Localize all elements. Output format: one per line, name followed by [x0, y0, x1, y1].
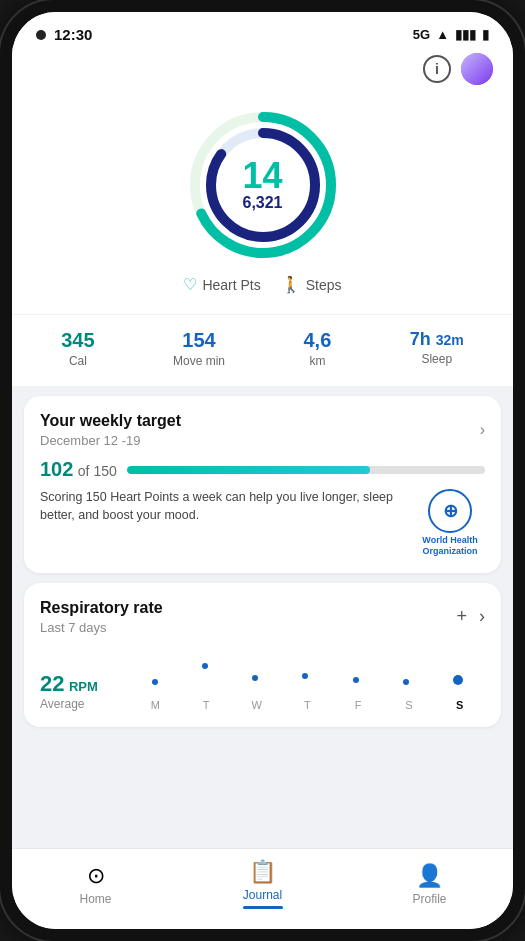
chart-label-wed: W — [247, 699, 267, 711]
weekly-target-dates: December 12 -19 — [40, 433, 181, 448]
phone-frame: 12:30 5G ▲ ▮▮▮ ▮ i — [0, 0, 525, 941]
chart-label-sat: S — [399, 699, 419, 711]
move-label: Move min — [173, 354, 225, 368]
status-left: 12:30 — [36, 26, 92, 43]
target-goal: 150 — [93, 463, 116, 479]
profile-label: Profile — [412, 892, 446, 906]
target-current: 102 — [40, 458, 73, 480]
network-label: 5G — [413, 27, 430, 42]
resp-chevron-right[interactable]: › — [479, 606, 485, 627]
home-label: Home — [79, 892, 111, 906]
bottom-nav: ⊙ Home 📋 Journal 👤 Profile — [12, 848, 513, 929]
weekly-target-title-group: Your weekly target December 12 -19 — [40, 412, 181, 448]
resp-content: 22 RPM Average — [40, 643, 485, 711]
target-of: of — [78, 463, 94, 479]
progress-bar-fill — [127, 466, 371, 474]
resp-title-group: Respiratory rate Last 7 days — [40, 599, 163, 635]
chart-label-thu: T — [297, 699, 317, 711]
avatar-image — [461, 53, 493, 85]
home-icon: ⊙ — [87, 863, 105, 889]
weekly-target-card[interactable]: Your weekly target December 12 -19 › 102… — [24, 396, 501, 573]
steps-value: 6,321 — [242, 194, 282, 212]
info-button[interactable]: i — [423, 55, 451, 83]
chart-label-tue: T — [196, 699, 216, 711]
camera-dot — [36, 30, 46, 40]
nav-profile[interactable]: 👤 Profile — [346, 863, 513, 906]
resp-avg-label: Average — [40, 697, 120, 711]
chart-label-fri: F — [348, 699, 368, 711]
chevron-right-icon: › — [480, 421, 485, 439]
resp-subtitle: Last 7 days — [40, 620, 163, 635]
chart-dot-tue — [202, 663, 208, 669]
nav-home[interactable]: ⊙ Home — [12, 863, 179, 906]
chart-dot-mon — [152, 679, 158, 685]
activity-ring: 14 6,321 — [183, 105, 343, 265]
nav-active-bar — [243, 906, 283, 909]
ring-center: 14 6,321 — [242, 158, 282, 212]
chart-dot-wed — [252, 675, 258, 681]
resp-value: 22 — [40, 671, 64, 696]
progress-bar-bg — [127, 466, 485, 474]
weekly-target-title: Your weekly target — [40, 412, 181, 430]
heart-pts-label: Heart Pts — [202, 277, 260, 293]
chart-label-sun: S — [450, 699, 470, 711]
who-emblem: ⊕ — [428, 489, 472, 533]
resp-actions: + › — [456, 606, 485, 627]
resp-unit: RPM — [69, 679, 98, 694]
respiratory-rate-card: Respiratory rate Last 7 days + › 22 RPM — [24, 583, 501, 727]
chart-label-mon: M — [145, 699, 165, 711]
chart-dots — [130, 643, 485, 693]
status-right: 5G ▲ ▮▮▮ ▮ — [413, 27, 489, 42]
target-description: Scoring 150 Heart Points a week can help… — [40, 489, 405, 524]
stats-row: 345 Cal 154 Move min 4,6 km 7h 32m Sleep — [12, 314, 513, 386]
resp-title: Respiratory rate — [40, 599, 163, 617]
status-bar: 12:30 5G ▲ ▮▮▮ ▮ — [12, 12, 513, 49]
profile-icon: 👤 — [416, 863, 443, 889]
sleep-label: Sleep — [410, 352, 464, 366]
stat-km: 4,6 km — [303, 329, 331, 368]
chart-dot-fri — [353, 677, 359, 683]
target-progress-row: 102 of 150 — [40, 458, 485, 481]
wifi-icon: ▲ — [436, 27, 449, 42]
move-value: 154 — [173, 329, 225, 352]
stat-sleep: 7h 32m Sleep — [410, 329, 464, 368]
calories-label: Cal — [61, 354, 94, 368]
stat-move: 154 Move min — [173, 329, 225, 368]
ring-legend: ♡ Heart Pts 🚶 Steps — [183, 275, 341, 294]
who-label: World HealthOrganization — [422, 535, 477, 557]
steps-icon: 🚶 — [281, 275, 301, 294]
who-logo: ⊕ World HealthOrganization — [415, 489, 485, 557]
heart-icon: ♡ — [183, 275, 197, 294]
add-resp-button[interactable]: + — [456, 606, 467, 627]
calories-value: 345 — [61, 329, 94, 352]
nav-journal[interactable]: 📋 Journal — [179, 859, 346, 909]
chart-labels: M T W T F S S — [130, 699, 485, 711]
km-label: km — [303, 354, 331, 368]
journal-label: Journal — [243, 888, 282, 902]
target-count: 102 of 150 — [40, 458, 117, 481]
target-bottom: Scoring 150 Heart Points a week can help… — [40, 489, 485, 557]
chart-dot-thu — [302, 673, 308, 679]
avatar[interactable] — [461, 53, 493, 85]
phone-screen: 12:30 5G ▲ ▮▮▮ ▮ i — [12, 12, 513, 929]
resp-value-row: 22 RPM — [40, 671, 120, 697]
battery-icon: ▮ — [482, 27, 489, 42]
info-icon: i — [435, 61, 439, 77]
sleep-value: 7h 32m — [410, 329, 464, 350]
heart-pts-value: 14 — [242, 158, 282, 194]
steps-legend: 🚶 Steps — [281, 275, 342, 294]
resp-left: 22 RPM Average — [40, 671, 120, 711]
chart-dot-sun — [453, 675, 463, 685]
status-time: 12:30 — [54, 26, 92, 43]
resp-card-header: Respiratory rate Last 7 days + › — [40, 599, 485, 635]
journal-icon: 📋 — [249, 859, 276, 885]
chart-dot-sat — [403, 679, 409, 685]
signal-icon: ▮▮▮ — [455, 27, 476, 42]
header: i — [12, 49, 513, 95]
scroll-content: 14 6,321 ♡ Heart Pts 🚶 Steps — [12, 95, 513, 848]
resp-chart: M T W T F S S — [130, 643, 485, 711]
steps-label: Steps — [306, 277, 342, 293]
heart-pts-legend: ♡ Heart Pts — [183, 275, 260, 294]
ring-section: 14 6,321 ♡ Heart Pts 🚶 Steps — [12, 95, 513, 314]
stat-calories: 345 Cal — [61, 329, 94, 368]
